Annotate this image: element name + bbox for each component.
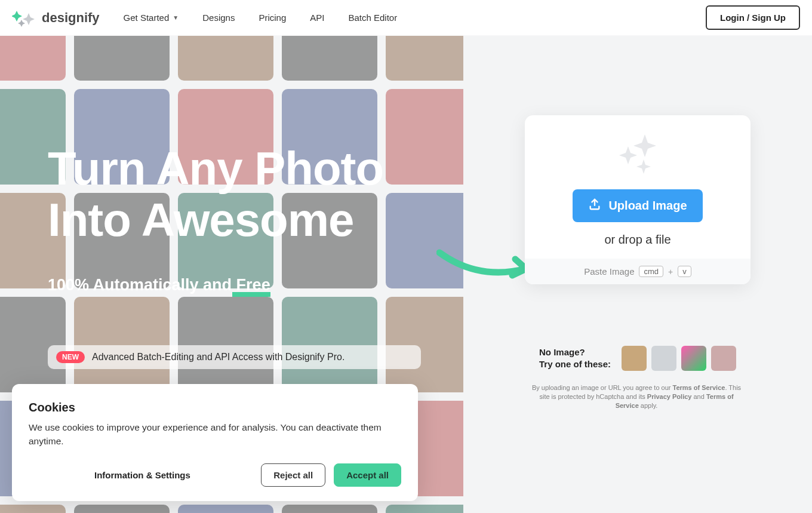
cookie-body: We use cookies to improve your experienc… — [29, 420, 401, 449]
upload-icon — [588, 198, 601, 214]
example-thumb-1[interactable] — [622, 346, 647, 371]
cookie-dialog: Cookies We use cookies to improve your e… — [12, 384, 418, 502]
try-line2: Try one of these: — [539, 359, 611, 369]
hero-subtitle-prefix: 100% Automatically and — [48, 276, 236, 294]
cookie-actions: Information & Settings Reject all Accept… — [29, 463, 401, 487]
new-badge: NEW — [56, 351, 85, 363]
nav-api[interactable]: API — [310, 13, 324, 23]
free-underline — [232, 292, 270, 297]
upload-card: Upload Image or drop a file Paste Image … — [525, 115, 751, 284]
upload-button-label: Upload Image — [608, 199, 687, 213]
hero-right: Upload Image or drop a file Paste Image … — [463, 36, 812, 513]
promo-text: Advanced Batch-Editing and API Access wi… — [92, 352, 345, 363]
paste-hint: Paste Image cmd + v — [525, 259, 751, 284]
kbd-plus: + — [668, 267, 673, 277]
example-thumb-2[interactable] — [651, 346, 676, 371]
upload-image-button[interactable]: Upload Image — [573, 189, 702, 222]
promo-banner[interactable]: NEW Advanced Batch-Editing and API Acces… — [48, 345, 421, 369]
logo-sparkle-icon — [12, 9, 36, 27]
drop-file-text: or drop a file — [539, 233, 736, 247]
header: designify Get Started ▼ Designs Pricing … — [0, 0, 812, 36]
nav-designs[interactable]: Designs — [202, 13, 235, 23]
nav: Get Started ▼ Designs Pricing API Batch … — [124, 13, 398, 23]
logo[interactable]: designify — [12, 9, 100, 27]
arrow-icon — [436, 248, 538, 284]
nav-pricing[interactable]: Pricing — [259, 13, 286, 23]
example-thumb-4[interactable] — [711, 346, 736, 371]
example-thumbs — [622, 346, 736, 371]
privacy-policy-link[interactable]: Privacy Policy — [647, 393, 692, 400]
cookie-info-settings-link[interactable]: Information & Settings — [94, 470, 190, 480]
sparkle-icon — [614, 132, 662, 180]
try-line1: No Image? — [539, 347, 585, 357]
reject-all-button[interactable]: Reject all — [261, 463, 325, 487]
upload-dropzone[interactable]: Upload Image or drop a file — [525, 115, 751, 259]
hero-title-line1: Turn Any Photo — [48, 142, 383, 195]
logo-text: designify — [42, 10, 100, 26]
try-examples: No Image? Try one of these: — [539, 346, 736, 371]
nav-label: Get Started — [124, 13, 170, 23]
hero-title: Turn Any Photo Into Awesome — [48, 143, 463, 246]
hero-subtitle-free: Free — [236, 276, 270, 294]
cookie-title: Cookies — [29, 401, 401, 414]
nav-batch-editor[interactable]: Batch Editor — [348, 13, 397, 23]
hero-subtitle: 100% Automatically and Free — [48, 276, 270, 294]
accept-all-button[interactable]: Accept all — [334, 463, 401, 487]
nav-get-started[interactable]: Get Started ▼ — [124, 13, 179, 23]
kbd-cmd: cmd — [639, 266, 663, 277]
login-signup-button[interactable]: Login / Sign Up — [706, 5, 800, 30]
chevron-down-icon: ▼ — [173, 14, 179, 21]
try-text: No Image? Try one of these: — [539, 346, 611, 371]
kbd-v: v — [678, 266, 691, 277]
tos-link[interactable]: Terms of Service — [673, 384, 725, 391]
legal-text: By uploading an image or URL you agree t… — [529, 383, 744, 410]
example-thumb-3[interactable] — [681, 346, 706, 371]
paste-label: Paste Image — [584, 266, 634, 277]
hero-title-line2: Into Awesome — [48, 193, 353, 246]
